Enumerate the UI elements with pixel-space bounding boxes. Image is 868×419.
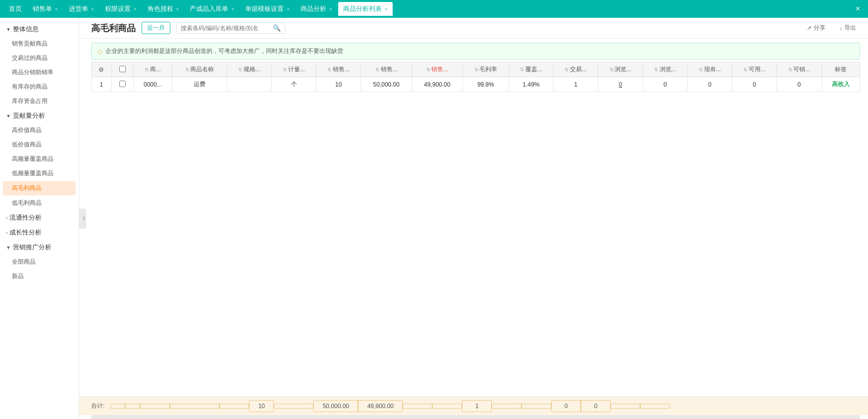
search-icon[interactable]: 🔍 — [273, 24, 281, 32]
footer-col-spec — [219, 404, 249, 409]
cell-coverage: 1.49% — [509, 77, 554, 92]
col-name[interactable]: 商品名称 — [172, 62, 227, 77]
col-spec[interactable]: 规格... — [227, 62, 271, 77]
content-area: 《 高毛利商品 近一月 🔍 ↗ 分享 ↓ 导出 ◇ 企业的主要的利润都是这部分商… — [79, 18, 868, 419]
footer-col-profit: 49,900.00 — [358, 400, 403, 412]
sidebar-item-all-goods[interactable]: 全部商品 — [0, 255, 79, 269]
footer-col-trade: 1 — [462, 400, 492, 412]
tab-role[interactable]: 角色授权 × — [143, 2, 184, 16]
tab-product-analysis[interactable]: 商品分析 × — [296, 2, 337, 16]
tab-finished-goods[interactable]: 产成品入库单 × — [185, 2, 239, 16]
col-settings[interactable]: ⚙ — [92, 62, 112, 77]
table-wrapper: ⚙ 商... 商品名称 规格... 计量... 销售... 销售... 销售..… — [79, 62, 868, 396]
col-gross-rate[interactable]: 毛利率 — [462, 62, 509, 77]
footer-col-tag — [640, 404, 670, 409]
horizontal-scrollbar[interactable] — [91, 415, 860, 419]
content-header: 高毛利商品 近一月 🔍 ↗ 分享 ↓ 导出 — [79, 18, 868, 39]
close-tab-product-analysis[interactable]: × — [329, 6, 332, 12]
close-tab-product-analysis-list[interactable]: × — [385, 6, 388, 12]
close-tab-template[interactable]: × — [287, 6, 290, 12]
info-banner: ◇ 企业的主要的利润都是这部分商品创造的，可考虑加大推广，同时关注库存是不要出现… — [91, 43, 860, 60]
sidebar-item-traded-goods[interactable]: 交易过的商品 — [0, 51, 79, 65]
footer-label: 合计: — [91, 402, 104, 410]
col-trade-count[interactable]: 交易... — [554, 62, 598, 77]
footer-col-qty — [274, 404, 313, 409]
table-row: 1 0000... 运费 个 10 50,000.00 49,900.00 99… — [92, 77, 860, 92]
window-close-button[interactable]: × — [852, 4, 864, 13]
select-all-checkbox[interactable] — [119, 66, 126, 72]
col-sales-qty[interactable]: 销售... — [316, 62, 361, 77]
tab-template[interactable]: 单据模板设置 × — [240, 2, 295, 16]
sidebar-item-new-goods[interactable]: 新品 — [0, 269, 79, 283]
footer-cells: 10 50,000.00 49,900.00 1 0 0 — [110, 400, 860, 412]
sidebar-collapse-button[interactable]: 《 — [79, 209, 86, 229]
tab-permission[interactable]: 权限设置 × — [100, 2, 142, 16]
sidebar-group-contribution[interactable]: ▼ 贡献量分析 — [0, 108, 79, 123]
cell-unit: 个 — [271, 77, 316, 92]
col-checkbox[interactable] — [111, 62, 133, 77]
footer-col-check — [125, 404, 140, 409]
sidebar-item-low-margin[interactable]: 低毛利商品 — [0, 196, 79, 210]
cell-spec — [227, 77, 271, 92]
footer-col-cov — [432, 404, 462, 409]
cell-checkbox[interactable] — [111, 77, 133, 92]
sidebar-item-low-freq-coverage[interactable]: 低频量覆盖商品 — [0, 166, 79, 181]
footer-col-amount: 50,000.00 — [313, 400, 358, 412]
data-table: ⚙ 商... 商品名称 规格... 计量... 销售... 销售... 销售..… — [91, 62, 860, 92]
tab-purchase-order[interactable]: 进货单 × — [64, 2, 99, 16]
cell-browse2: 0 — [643, 77, 687, 92]
collapse-circulation-icon: › — [6, 215, 7, 221]
share-button[interactable]: ↗ 分享 — [803, 22, 829, 34]
period-button[interactable]: 近一月 — [142, 22, 170, 34]
sidebar-item-high-value[interactable]: 高价值商品 — [0, 123, 79, 138]
cell-gross-rate: 99.8% — [462, 77, 509, 92]
tab-product-analysis-list[interactable]: 商品分析列表 × — [338, 2, 393, 16]
close-tab-purchase[interactable]: × — [91, 6, 94, 12]
collapse-marketing-icon: ▼ — [6, 245, 11, 250]
col-browse2[interactable]: 浏览... — [643, 62, 687, 77]
col-coverage[interactable]: 覆盖... — [509, 62, 554, 77]
col-stock-available[interactable]: 可用... — [732, 62, 777, 77]
top-navigation: 首页 销售单 × 进货单 × 权限设置 × 角色授权 × 产成品入库单 × 单据… — [0, 0, 868, 18]
col-stock-saleable[interactable]: 可销... — [777, 62, 821, 77]
sidebar-group-growth[interactable]: › 成长性分析 — [0, 225, 79, 240]
sidebar-item-distribution-rate[interactable]: 商品分销助销率 — [0, 65, 79, 80]
footer-col-avail: 0 — [581, 400, 611, 412]
collapse-contribution-icon: ▼ — [6, 113, 11, 119]
close-tab-permission[interactable]: × — [134, 6, 137, 12]
export-icon: ↓ — [839, 25, 842, 32]
export-button[interactable]: ↓ 导出 — [835, 22, 860, 34]
sidebar-item-high-freq-coverage[interactable]: 高频量覆盖商品 — [0, 152, 79, 166]
share-icon: ↗ — [807, 25, 812, 32]
sidebar-item-inventory-capital[interactable]: 库存资金占用 — [0, 94, 79, 108]
col-sales-profit[interactable]: 销售... — [412, 62, 463, 77]
cell-browse1[interactable]: 0 — [598, 77, 643, 92]
sidebar-item-sales-contribution[interactable]: 销售贡献商品 — [0, 37, 79, 51]
col-unit[interactable]: 计量... — [271, 62, 316, 77]
tab-sales-order[interactable]: 销售单 × — [28, 2, 63, 16]
sidebar-group-circulation[interactable]: › 流通性分析 — [0, 210, 79, 225]
cell-stock-current: 0 — [687, 77, 732, 92]
col-sales-amount[interactable]: 销售... — [361, 62, 412, 77]
col-tag[interactable]: 标签 — [821, 62, 860, 77]
close-tab-finished-goods[interactable]: × — [231, 6, 234, 12]
tab-home[interactable]: 首页 — [4, 2, 27, 16]
sidebar: ▼ 整体信息 销售贡献商品 交易过的商品 商品分销助销率 有库存的商品 库存资金… — [0, 18, 79, 419]
col-browse1[interactable]: 浏览... — [598, 62, 643, 77]
sidebar-group-overall[interactable]: ▼ 整体信息 — [0, 22, 79, 37]
search-box: 🔍 — [176, 22, 285, 34]
sidebar-item-low-value[interactable]: 低价值商品 — [0, 138, 79, 152]
close-tab-role[interactable]: × — [176, 6, 179, 12]
col-stock-current[interactable]: 现有... — [687, 62, 732, 77]
sidebar-group-marketing[interactable]: ▼ 营销推广分析 — [0, 240, 79, 255]
search-input[interactable] — [181, 25, 270, 32]
row-checkbox[interactable] — [119, 81, 126, 87]
footer-bar: 合计: 10 50,000.00 49,900.00 1 0 0 — [79, 396, 868, 415]
col-code[interactable]: 商... — [133, 62, 172, 77]
close-tab-sales-order[interactable]: × — [55, 6, 58, 12]
cell-code: 0000... — [133, 77, 172, 92]
footer-col-current: 0 — [551, 400, 581, 412]
page-title: 高毛利商品 — [91, 22, 136, 34]
sidebar-item-high-margin[interactable]: 高毛利商品 — [3, 181, 76, 195]
sidebar-item-in-stock[interactable]: 有库存的商品 — [0, 80, 79, 94]
